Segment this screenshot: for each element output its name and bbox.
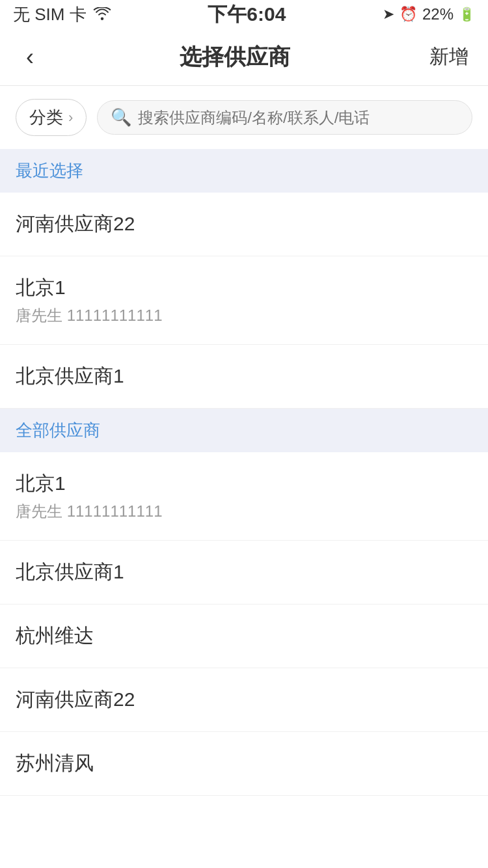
nav-bar: ‹ 选择供应商 新增	[0, 29, 488, 86]
item-name-a5: 苏州清风	[16, 750, 472, 777]
list-item-a1[interactable]: 北京1唐先生 11111111111	[0, 452, 488, 541]
list-item-r1[interactable]: 河南供应商22	[0, 193, 488, 256]
sections-container: 最近选择河南供应商22北京1唐先生 11111111111北京供应商1全部供应商…	[0, 149, 488, 796]
item-sub-a1: 唐先生 11111111111	[16, 501, 472, 522]
status-left: 无 SIM 卡	[13, 3, 111, 26]
search-icon: 🔍	[111, 107, 131, 128]
item-name-r2: 北京1	[16, 275, 472, 301]
list-item-a4[interactable]: 河南供应商22	[0, 668, 488, 732]
chevron-right-icon: ›	[68, 109, 73, 126]
list-item-a3[interactable]: 杭州维达	[0, 604, 488, 668]
search-input[interactable]	[138, 109, 459, 127]
list-item-r2[interactable]: 北京1唐先生 11111111111	[0, 256, 488, 345]
back-button[interactable]: ‹	[20, 37, 40, 77]
status-time: 下午6:04	[208, 1, 286, 28]
list-item-a5[interactable]: 苏州清风	[0, 732, 488, 796]
item-name-a2: 北京供应商1	[16, 559, 472, 586]
wifi-icon	[93, 5, 111, 25]
list-item-r3[interactable]: 北京供应商1	[0, 345, 488, 409]
clock-icon: ⏰	[400, 6, 417, 23]
category-label: 分类	[29, 106, 63, 129]
item-name-a1: 北京1	[16, 470, 472, 497]
battery-icon: 🔋	[459, 7, 475, 22]
list-item-a2[interactable]: 北京供应商1	[0, 541, 488, 604]
status-right: ➤ ⏰ 22% 🔋	[383, 5, 475, 23]
filter-bar: 分类 › 🔍	[0, 86, 488, 149]
sim-label: 无 SIM 卡	[13, 3, 87, 26]
item-name-a4: 河南供应商22	[16, 686, 472, 713]
section-header-recent: 最近选择	[0, 149, 488, 193]
section-header-all: 全部供应商	[0, 409, 488, 452]
battery-text: 22%	[422, 5, 454, 23]
status-bar: 无 SIM 卡 下午6:04 ➤ ⏰ 22% 🔋	[0, 0, 488, 29]
item-name-a3: 杭州维达	[16, 623, 472, 649]
category-filter[interactable]: 分类 ›	[16, 99, 87, 136]
item-name-r3: 北京供应商1	[16, 363, 472, 390]
add-button[interactable]: 新增	[429, 44, 468, 70]
item-name-r1: 河南供应商22	[16, 211, 472, 237]
page-title: 选择供应商	[180, 42, 290, 72]
item-sub-r2: 唐先生 11111111111	[16, 305, 472, 326]
search-box[interactable]: 🔍	[97, 100, 472, 135]
location-icon: ➤	[383, 6, 394, 23]
